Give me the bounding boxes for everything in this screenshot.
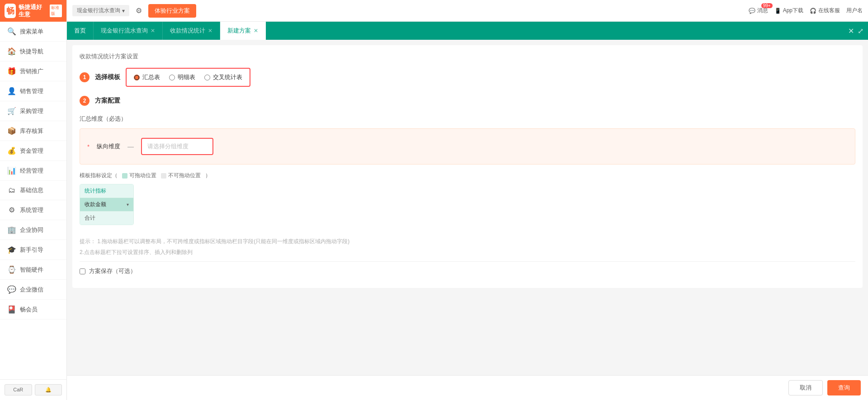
indicator-section: 模板指标设定（ 可拖动位置 不可拖动位置 ） 统计指标 — [80, 172, 855, 225]
breadcrumb: 现金银行流水查询 ▾ — [72, 5, 129, 16]
sidebar-item-member[interactable]: 🎴 畅会员 — [0, 300, 66, 320]
tips-section: 提示： 1.拖动标题栏可以调整布局，不可跨维度或指标区域拖动栏目字段(只能在同一… — [80, 236, 855, 258]
draggable-label: 可拖动位置 — [129, 172, 156, 179]
settings-icon[interactable]: ⚙ — [134, 5, 144, 17]
sidebar-item-capital[interactable]: 💰 资金管理 — [0, 141, 66, 161]
breadcrumb-text: 现金银行流水查询 — [77, 7, 120, 14]
online-support-label: 在线客服 — [818, 7, 840, 14]
sidebar-item-enterprise[interactable]: 🏢 企业协同 — [0, 220, 66, 240]
chevron-down-icon: ▾ — [127, 202, 129, 207]
dimension-area: * 纵向维度 — 请选择分组维度 — [80, 128, 855, 165]
notification-item[interactable]: 💬 消息 99+ — [749, 7, 768, 14]
sidebar-item-weixin[interactable]: 💬 企业微信 — [0, 280, 66, 300]
chat-icon: 💬 — [7, 285, 16, 294]
industry-button[interactable]: 体验行业方案 — [148, 4, 196, 18]
content: 收款情况统计方案设置 1 选择模板 汇总表 明细表 交叉统计 — [67, 40, 868, 375]
indicator-group-header: 统计指标 — [80, 184, 133, 198]
logo-icon: 畅 — [5, 4, 16, 18]
tab-collections-close[interactable]: ✕ — [208, 28, 212, 34]
dimension-select-placeholder: 请选择分组维度 — [147, 142, 189, 151]
tab-newplan[interactable]: 新建方案 ✕ — [220, 22, 266, 40]
sidebar-item-hardware[interactable]: ⌚ 智能硬件 — [0, 260, 66, 280]
step1-num: 1 — [80, 72, 90, 82]
message-icon: 💬 — [749, 8, 755, 14]
save-checkbox[interactable] — [80, 268, 85, 274]
radio-detail-input[interactable] — [169, 75, 175, 80]
search-icon: 🔍 — [7, 27, 16, 36]
config-section: 汇总维度（必选） * 纵向维度 — 请选择分组维度 模板指标设定（ — [80, 115, 855, 258]
tab-close-btn[interactable]: ✕ — [848, 27, 854, 35]
sidebar-item-label: 畅会员 — [20, 306, 38, 314]
step1-row: 1 选择模板 汇总表 明细表 交叉统计表 — [80, 68, 855, 87]
dim-arrow-icon: — — [127, 143, 134, 150]
gear-icon: ⚙ — [7, 206, 16, 214]
user-item[interactable]: 用户名 — [846, 7, 863, 14]
sidebar-item-marketing[interactable]: 🎁 营销推广 — [0, 61, 66, 81]
tab-newplan-close[interactable]: ✕ — [254, 28, 258, 34]
radio-cross[interactable]: 交叉统计表 — [204, 73, 242, 81]
sidebar-item-label: 经营管理 — [20, 167, 43, 175]
indicator-item-amount[interactable]: 收款金额 ▾ — [80, 198, 133, 211]
main-area: 现金银行流水查询 ▾ ⚙ 体验行业方案 💬 消息 99+ 📱 App下载 🎧 在… — [67, 0, 868, 400]
dimension-select[interactable]: 请选择分组维度 — [141, 138, 213, 155]
save-label: 方案保存（可选） — [89, 267, 136, 275]
query-button[interactable]: 查询 — [827, 380, 861, 395]
sidebar-item-system[interactable]: ⚙ 系统管理 — [0, 200, 66, 220]
draggable-tag: 可拖动位置 — [122, 172, 156, 179]
tab-home[interactable]: 首页 — [67, 22, 94, 40]
user-label: 用户名 — [846, 7, 863, 14]
folder-icon: 🗂 — [7, 186, 16, 194]
radio-detail[interactable]: 明细表 — [169, 73, 195, 81]
chart-icon: 📊 — [7, 166, 16, 175]
sidebar: 畅 畅捷通好生意 标准版 🔍 搜索菜单 🏠 快捷导航 🎁 营销推广 👤 销售管理… — [0, 0, 67, 400]
indicator-item-label: 收款金额 — [85, 201, 106, 208]
draggable-dot — [122, 173, 127, 179]
app-download-item[interactable]: 📱 App下载 — [774, 7, 803, 14]
cancel-button[interactable]: 取消 — [788, 380, 823, 395]
app-download-label: App下载 — [783, 7, 803, 14]
sidebar-item-label: 搜索菜单 — [20, 28, 43, 36]
sidebar-car-btn[interactable]: CaR — [5, 384, 32, 395]
radio-summary[interactable]: 汇总表 — [134, 73, 160, 81]
radio-detail-label: 明细表 — [178, 73, 195, 81]
sidebar-item-label: 资金管理 — [20, 147, 43, 155]
nodrag-label: 不可拖动位置 — [168, 172, 201, 179]
sidebar-item-label: 新手引导 — [20, 246, 43, 254]
app-icon: 📱 — [774, 8, 781, 14]
online-support-item[interactable]: 🎧 在线客服 — [810, 7, 840, 14]
sidebar-nav: 🔍 搜索菜单 🏠 快捷导航 🎁 营销推广 👤 销售管理 🛒 采购管理 📦 库存核… — [0, 22, 66, 379]
radio-cross-label: 交叉统计表 — [213, 73, 242, 81]
sidebar-notification-btn[interactable]: 🔔 — [35, 384, 62, 395]
radio-cross-input[interactable] — [204, 75, 210, 80]
sidebar-logo: 畅 畅捷通好生意 标准版 — [0, 0, 66, 22]
logo-text: 畅捷通好生意 — [19, 4, 47, 18]
tab-cashflow-label: 现金银行流水查询 — [101, 27, 148, 35]
gift-icon: 🎁 — [7, 67, 16, 75]
tab-newplan-label: 新建方案 — [227, 27, 251, 35]
radio-summary-input[interactable] — [134, 75, 140, 80]
tab-collections[interactable]: 收款情况统计 ✕ — [163, 22, 220, 40]
indicator-label-row: 模板指标设定（ 可拖动位置 不可拖动位置 ） — [80, 172, 855, 179]
sidebar-item-inventory[interactable]: 📦 库存核算 — [0, 121, 66, 141]
dimension-config-title: 汇总维度（必选） — [80, 115, 855, 123]
sidebar-item-search[interactable]: 🔍 搜索菜单 — [0, 22, 66, 42]
sidebar-item-operations[interactable]: 📊 经营管理 — [0, 161, 66, 181]
sidebar-item-basic[interactable]: 🗂 基础信息 — [0, 181, 66, 200]
tabbar: 首页 现金银行流水查询 ✕ 收款情况统计 ✕ 新建方案 ✕ ✕ ⤢ — [67, 22, 868, 40]
tip-line2: 2.点击标题栏下拉可设置排序、插入列和删除列 — [80, 247, 855, 258]
sidebar-item-guide[interactable]: 🎓 新手引导 — [0, 240, 66, 260]
nodrag-tag: 不可拖动位置 — [161, 172, 201, 179]
panel-title: 收款情况统计方案设置 — [80, 52, 855, 61]
money-icon: 💰 — [7, 146, 16, 155]
step1-label: 选择模板 — [95, 73, 120, 81]
sidebar-item-quicknav[interactable]: 🏠 快捷导航 — [0, 42, 66, 61]
tab-cashflow[interactable]: 现金银行流水查询 ✕ — [94, 22, 163, 40]
tab-expand-btn[interactable]: ⤢ — [858, 27, 863, 35]
sidebar-item-purchase[interactable]: 🛒 采购管理 — [0, 101, 66, 121]
indicator-group: 统计指标 收款金额 ▾ 合计 — [80, 184, 134, 225]
topbar: 现金银行流水查询 ▾ ⚙ 体验行业方案 💬 消息 99+ 📱 App下载 🎧 在… — [67, 0, 868, 22]
tab-cashflow-close[interactable]: ✕ — [151, 28, 155, 34]
user-icon: 👤 — [7, 87, 16, 95]
sidebar-item-sales[interactable]: 👤 销售管理 — [0, 81, 66, 101]
tab-collections-label: 收款情况统计 — [170, 27, 205, 35]
